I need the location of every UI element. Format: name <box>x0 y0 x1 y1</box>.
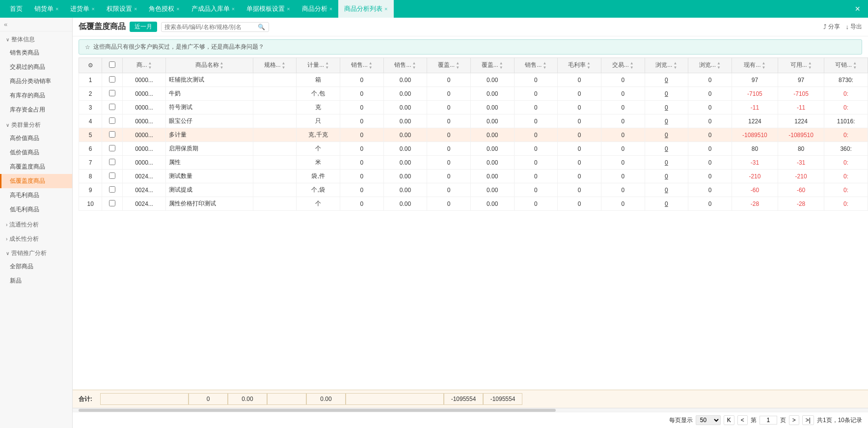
row-unit: 箱 <box>297 73 340 87</box>
col-checkbox[interactable] <box>102 58 122 73</box>
horizontal-scrollbar[interactable] <box>73 408 868 412</box>
search-input[interactable] <box>164 24 258 30</box>
sidebar-item-new-goods[interactable]: 新品 <box>0 274 72 288</box>
col-saleable[interactable]: 可销...▲▼ <box>824 58 868 73</box>
sidebar-section-overall[interactable]: ∨ 整体信息 <box>0 31 72 46</box>
row-checkbox[interactable] <box>102 101 122 114</box>
row-num: 7 <box>79 156 102 170</box>
row-checkbox[interactable] <box>102 87 122 101</box>
col-browse1[interactable]: 浏览...▲▼ <box>645 58 688 73</box>
nav-role-auth[interactable]: 角色授权 × <box>143 0 185 18</box>
row-cov2: 0.00 <box>470 101 514 114</box>
col-settings[interactable]: ⚙ <box>79 58 102 73</box>
nav-close-product-analysis-list[interactable]: × <box>384 6 387 12</box>
prev-page-btn[interactable]: < <box>737 415 748 425</box>
row-browse1[interactable]: 0 <box>645 101 688 114</box>
sidebar-item-low-value[interactable]: 低价值商品 <box>0 145 72 160</box>
col-sales-qty[interactable]: 销售...▲▼ <box>340 58 383 73</box>
col-current[interactable]: 现有...▲▼ <box>732 58 778 73</box>
nav-home[interactable]: 首页 <box>4 0 28 18</box>
sidebar-item-stocked-goods[interactable]: 有库存的商品 <box>0 88 72 103</box>
nav-close-permissions[interactable]: × <box>134 6 137 12</box>
next-page-btn[interactable]: > <box>789 415 799 425</box>
row-checkbox[interactable] <box>102 142 122 156</box>
nav-purchase-order[interactable]: 进货单 × <box>64 0 100 18</box>
sidebar-item-inventory-capital[interactable]: 库存资金占用 <box>0 103 72 117</box>
row-browse1[interactable]: 0 <box>645 183 688 197</box>
nav-product-analysis-list[interactable]: 商品分析列表 × <box>338 0 393 18</box>
row-sales-qty: 0 <box>340 73 383 87</box>
nav-sales-order[interactable]: 销货单 × <box>28 0 64 18</box>
row-sales-qty: 0 <box>340 114 383 128</box>
table-row: 6 0000... 启用保质期 个 0 0.00 0 0.00 0 0 0 0 … <box>79 142 868 156</box>
sidebar-item-low-profit[interactable]: 低毛利商品 <box>0 202 72 217</box>
row-checkbox[interactable] <box>102 170 122 183</box>
col-sales-amount[interactable]: 销售...▲▼ <box>383 58 427 73</box>
sidebar-section-marketing[interactable]: ∨ 营销推广分析 <box>0 245 72 259</box>
col-browse2[interactable]: 浏览...▲▼ <box>688 58 732 73</box>
sidebar-item-all-goods[interactable]: 全部商品 <box>0 259 72 274</box>
row-checkbox[interactable] <box>102 156 122 170</box>
share-button[interactable]: ⤴ 分享 <box>823 23 840 31</box>
sidebar-collapse-btn[interactable]: « <box>4 21 7 28</box>
sidebar-section-liquidity[interactable]: › 流通性分析 <box>0 217 72 231</box>
row-browse1[interactable]: 0 <box>645 170 688 183</box>
sidebar-item-traded-goods[interactable]: 交易过的商品 <box>0 60 72 74</box>
row-gross-rate: 0 <box>558 170 601 183</box>
nav-close-purchase-order[interactable]: × <box>91 6 94 12</box>
col-sales3[interactable]: 销售...▲▼ <box>514 58 558 73</box>
nav-close-product-analysis[interactable]: × <box>329 6 332 12</box>
search-icon[interactable]: 🔍 <box>258 24 265 30</box>
nav-product-inbound[interactable]: 产成品入库单 × <box>186 0 241 18</box>
row-browse1[interactable]: 0 <box>645 128 688 142</box>
row-checkbox[interactable] <box>102 114 122 128</box>
nav-close-all[interactable]: × <box>851 4 864 14</box>
sidebar-item-high-coverage[interactable]: 高覆盖度商品 <box>0 160 72 174</box>
col-trade[interactable]: 交易...▲▼ <box>601 58 645 73</box>
sidebar-items-overall: 销售类商品 交易过的商品 商品分类动销率 有库存的商品 库存资金占用 <box>0 46 72 117</box>
col-unit[interactable]: 计量...▲▼ <box>297 58 340 73</box>
col-cov2[interactable]: 覆盖...▲▼ <box>470 58 514 73</box>
row-trade: 0 <box>601 87 645 101</box>
col-available[interactable]: 可用...▲▼ <box>778 58 824 73</box>
row-checkbox[interactable] <box>102 183 122 197</box>
row-sales-amount: 0.00 <box>383 142 427 156</box>
per-page-select[interactable]: 50 20 100 <box>696 415 721 425</box>
sidebar-section-cluster[interactable]: ∨ 类群量分析 <box>0 117 72 131</box>
last-page-btn[interactable]: >| <box>802 415 814 425</box>
sidebar-item-category-turnover[interactable]: 商品分类动销率 <box>0 74 72 88</box>
sidebar-item-high-profit[interactable]: 高毛利商品 <box>0 188 72 202</box>
sidebar-item-low-coverage[interactable]: 低覆盖度商品 <box>0 174 72 188</box>
table-row: 9 0024... 测试提成 个,袋 0 0.00 0 0.00 0 0 0 0… <box>79 183 868 197</box>
col-cov1[interactable]: 覆盖...▲▼ <box>427 58 471 73</box>
row-browse1[interactable]: 0 <box>645 87 688 101</box>
row-browse1[interactable]: 0 <box>645 156 688 170</box>
nav-close-role-auth[interactable]: × <box>176 6 179 12</box>
nav-permissions[interactable]: 权限设置 × <box>101 0 143 18</box>
nav-close-sales-order[interactable]: × <box>55 6 58 12</box>
col-gross-rate[interactable]: 毛利率▲▼ <box>558 58 601 73</box>
period-button[interactable]: 近一月 <box>130 22 157 32</box>
col-code[interactable]: 商...▲▼ <box>122 58 166 73</box>
nav-close-template-settings[interactable]: × <box>287 6 290 12</box>
row-browse1[interactable]: 0 <box>645 114 688 128</box>
sidebar-section-growth[interactable]: › 成长性分析 <box>0 231 72 245</box>
export-button[interactable]: ↓ 导出 <box>846 23 863 31</box>
sidebar-item-high-value[interactable]: 高价值商品 <box>0 131 72 145</box>
row-browse1[interactable]: 0 <box>645 73 688 87</box>
page-input[interactable] <box>760 416 777 425</box>
row-browse1[interactable]: 0 <box>645 142 688 156</box>
col-spec[interactable]: 规格...▲▼ <box>253 58 297 73</box>
row-checkbox[interactable] <box>102 128 122 142</box>
row-cov1: 0 <box>427 128 471 142</box>
row-browse1[interactable]: 0 <box>645 197 688 211</box>
row-checkbox[interactable] <box>102 73 122 87</box>
first-page-btn[interactable]: K <box>724 415 734 425</box>
col-name[interactable]: 商品名称▲▼ <box>166 58 253 73</box>
sidebar-item-sales-goods[interactable]: 销售类商品 <box>0 46 72 60</box>
select-all-checkbox[interactable] <box>109 61 115 68</box>
row-checkbox[interactable] <box>102 197 122 211</box>
nav-product-analysis[interactable]: 商品分析 × <box>296 0 338 18</box>
nav-close-product-inbound[interactable]: × <box>232 6 235 12</box>
nav-template-settings[interactable]: 单据模板设置 × <box>241 0 296 18</box>
